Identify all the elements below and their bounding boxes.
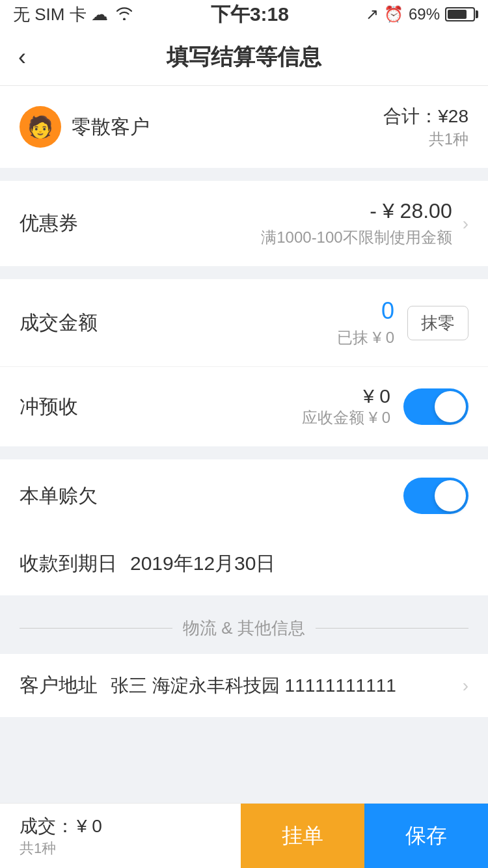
battery-icon — [445, 7, 475, 21]
address-row[interactable]: 客户地址 张三 海淀永丰科技园 11111111111 › — [0, 654, 488, 717]
duedate-value: 2019年12月30日 — [130, 550, 275, 577]
divider-2 — [0, 266, 488, 279]
duedate-label: 收款到期日 — [20, 550, 117, 577]
debt-toggle[interactable] — [403, 478, 468, 514]
prepay-sub: 应收金额 ¥ 0 — [302, 407, 390, 428]
transaction-amount-block: 0 已抹 ¥ 0 — [337, 297, 394, 348]
content: 🧑 零散客户 合计：¥28 共1种 优惠券 - ¥ 28.00 满1000-10… — [0, 86, 488, 868]
coupon-sub: 满1000-100不限制使用金额 — [261, 227, 452, 248]
coupon-value-block: - ¥ 28.00 满1000-100不限制使用金额 — [261, 199, 452, 248]
status-bar: 无 SIM 卡 ☁ 下午3:18 ↗ ⏰ 69% — [0, 0, 488, 29]
coupon-section: 优惠券 - ¥ 28.00 满1000-100不限制使用金额 › — [0, 181, 488, 266]
logistics-text: 物流 & 其他信息 — [172, 617, 316, 640]
bottom-deal-label: 成交： — [20, 814, 74, 839]
battery-percent: 69% — [409, 5, 440, 23]
customer-count: 共1种 — [383, 129, 468, 150]
address-section: 客户地址 张三 海淀永丰科技园 11111111111 › — [0, 654, 488, 717]
divider-4 — [0, 595, 488, 608]
location-icon: ↗ — [366, 5, 379, 23]
customer-total: 合计：¥28 — [383, 104, 468, 129]
debt-section: 本单赊欠 — [0, 459, 488, 532]
customer-row: 🧑 零散客户 合计：¥28 共1种 — [0, 86, 488, 168]
bottom-bar: 成交： ¥ 0 共1种 挂单 保存 — [0, 803, 488, 868]
prepay-right: ¥ 0 应收金额 ¥ 0 — [302, 385, 468, 428]
debt-label: 本单赊欠 — [20, 483, 98, 509]
no-sim-label: 无 SIM 卡 ☁ — [13, 3, 108, 26]
coupon-right: - ¥ 28.00 满1000-100不限制使用金额 › — [261, 199, 468, 248]
customer-right: 合计：¥28 共1种 — [383, 104, 468, 150]
round-zero-button[interactable]: 抹零 — [407, 306, 468, 340]
divider-3 — [0, 446, 488, 459]
wifi-icon — [115, 5, 134, 25]
prepay-label: 冲预收 — [20, 394, 78, 420]
address-value: 张三 海淀永丰科技园 11111111111 — [111, 673, 463, 698]
status-time: 下午3:18 — [211, 1, 289, 28]
coupon-row[interactable]: 优惠券 - ¥ 28.00 满1000-100不限制使用金额 › — [0, 181, 488, 266]
transaction-value[interactable]: 0 — [337, 297, 394, 325]
divider-5 — [0, 647, 488, 654]
bottom-deal-value: ¥ 0 — [77, 816, 102, 837]
divider-1 — [0, 168, 488, 181]
prepay-toggle[interactable] — [403, 388, 468, 425]
hold-button[interactable]: 挂单 — [241, 804, 364, 868]
save-button[interactable]: 保存 — [364, 804, 488, 868]
address-label: 客户地址 — [20, 672, 98, 699]
bottom-info: 成交： ¥ 0 共1种 — [0, 804, 241, 868]
transaction-section: 成交金额 0 已抹 ¥ 0 抹零 冲预收 ¥ 0 应收金额 ¥ 0 — [0, 279, 488, 446]
avatar: 🧑 — [20, 106, 61, 148]
logistics-separator: 物流 & 其他信息 — [0, 608, 488, 647]
prepay-amount-block: ¥ 0 应收金额 ¥ 0 — [302, 385, 390, 428]
customer-left: 🧑 零散客户 — [20, 106, 150, 148]
status-right: ↗ ⏰ 69% — [366, 5, 475, 23]
prepay-row: 冲预收 ¥ 0 应收金额 ¥ 0 — [0, 367, 488, 446]
status-left: 无 SIM 卡 ☁ — [13, 3, 134, 26]
logistics-line: 物流 & 其他信息 — [0, 617, 488, 640]
transaction-sub: 已抹 ¥ 0 — [337, 327, 394, 348]
transaction-row: 成交金额 0 已抹 ¥ 0 抹零 — [0, 279, 488, 367]
page-title: 填写结算等信息 — [167, 42, 321, 72]
prepay-value: ¥ 0 — [302, 385, 390, 407]
nav-bar: ‹ 填写结算等信息 — [0, 29, 488, 86]
debt-row: 本单赊欠 — [0, 459, 488, 532]
customer-name: 零散客户 — [72, 114, 150, 141]
address-chevron-icon: › — [463, 675, 468, 696]
avatar-icon: 🧑 — [27, 115, 53, 139]
duedate-row[interactable]: 收款到期日 2019年12月30日 — [0, 532, 488, 595]
bottom-deal-row: 成交： ¥ 0 — [20, 814, 221, 839]
back-button[interactable]: ‹ — [18, 44, 26, 71]
chevron-right-icon: › — [463, 213, 468, 234]
alarm-icon: ⏰ — [384, 5, 403, 23]
coupon-value: - ¥ 28.00 — [261, 199, 452, 223]
bottom-count: 共1种 — [20, 839, 221, 858]
coupon-label: 优惠券 — [20, 210, 78, 237]
duedate-section: 收款到期日 2019年12月30日 — [0, 532, 488, 595]
transaction-label: 成交金额 — [20, 310, 98, 336]
transaction-right: 0 已抹 ¥ 0 抹零 — [337, 297, 468, 348]
